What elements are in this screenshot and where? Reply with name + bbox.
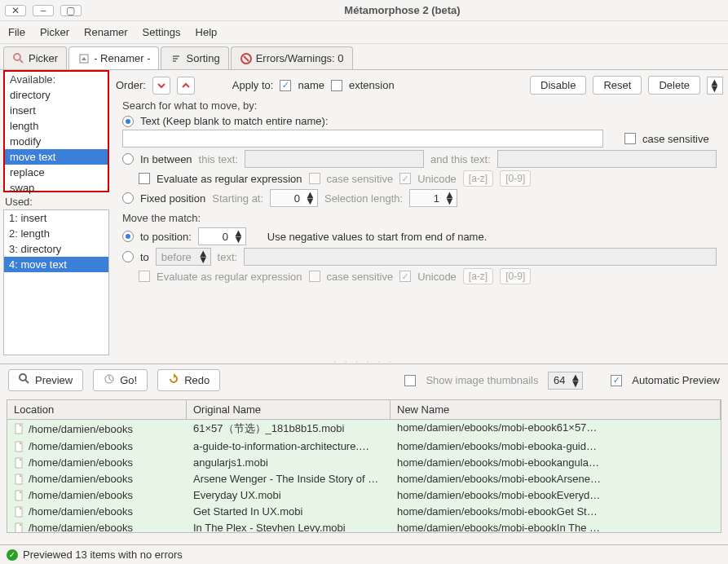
thumbs-spinner[interactable]: ▲▼ (548, 372, 583, 390)
svg-point-0 (14, 54, 20, 60)
preview-button[interactable]: Preview (8, 369, 83, 391)
delete-spinner[interactable]: ▲▼ (707, 77, 723, 95)
table-row[interactable]: /home/damien/ebooksEveryday UX.mobihome/… (7, 487, 721, 504)
position-spinner[interactable]: ▲▼ (198, 227, 246, 245)
svg-rect-19 (15, 523, 22, 533)
tab-renamer[interactable]: - Renamer - (68, 46, 159, 69)
list-item[interactable]: insert (5, 103, 108, 118)
minimize-icon[interactable]: – (33, 5, 54, 16)
to-position-radio[interactable] (122, 231, 134, 242)
chip-az[interactable]: [a-z] (463, 170, 493, 187)
tab-picker[interactable]: Picker (3, 46, 67, 69)
menu-renamer[interactable]: Renamer (84, 26, 127, 38)
file-icon (14, 441, 25, 452)
delete-button[interactable]: Delete (648, 76, 700, 95)
name-label: name (298, 79, 324, 91)
tab-renamer-label: - Renamer - (94, 52, 150, 64)
reset-button[interactable]: Reset (593, 76, 642, 95)
svg-rect-17 (15, 491, 22, 500)
to-text-input[interactable] (244, 248, 717, 266)
search-text-input[interactable] (122, 130, 603, 148)
used-list[interactable]: 1: insert 2: length 3: directory 4: move… (3, 209, 109, 355)
this-text-input[interactable] (245, 150, 424, 168)
selection-spinner[interactable]: ▲▼ (409, 189, 457, 207)
table-row[interactable]: /home/damien/ebooksIn The Plex - Stevhen… (7, 520, 721, 533)
menu-help[interactable]: Help (196, 26, 218, 38)
regex-checkbox[interactable] (139, 173, 150, 184)
renamer-icon (77, 52, 90, 65)
list-item[interactable]: length (5, 118, 108, 134)
svg-line-12 (109, 379, 112, 381)
available-list[interactable]: Available: directory insert length modif… (3, 70, 109, 192)
chip-09[interactable]: [0-9] (500, 170, 531, 187)
list-item[interactable]: 3: directory (4, 241, 108, 257)
chip-092[interactable]: [0-9] (500, 268, 531, 284)
thumbs-label: Show image thumbnails (426, 374, 538, 386)
case3-checkbox[interactable] (309, 271, 320, 282)
list-item[interactable]: 4: move text (4, 257, 108, 272)
results-table[interactable]: Location Original Name New Name /home/da… (7, 399, 721, 533)
starting-label: Starting at: (212, 192, 263, 205)
tab-sorting-label: Sorting (186, 52, 219, 64)
text-label: text: (218, 251, 238, 263)
move-up-button[interactable] (177, 77, 195, 95)
window-title: Métamorphose 2 (beta) (82, 4, 723, 16)
unicode-checkbox[interactable] (399, 173, 411, 184)
list-item[interactable]: 2: length (4, 226, 108, 241)
before-dropdown[interactable]: before▲▼ (156, 248, 211, 266)
svg-line-9 (25, 380, 29, 383)
starting-spinner[interactable]: ▲▼ (270, 189, 318, 207)
disable-button[interactable]: Disable (530, 76, 586, 95)
tab-sorting[interactable]: Sorting (161, 46, 228, 69)
list-item[interactable]: 1: insert (4, 210, 108, 226)
table-row[interactable]: /home/damien/ebooksGet Started In UX.mob… (7, 504, 721, 520)
and-text-label: and this text: (430, 153, 491, 165)
and-text-input[interactable] (497, 150, 717, 168)
menu-settings[interactable]: Settings (143, 26, 181, 38)
fixed-label: Fixed position (140, 192, 205, 205)
extension-checkbox[interactable] (331, 80, 342, 91)
table-row[interactable]: /home/damien/ebooksa-guide-to-informatio… (7, 438, 721, 455)
col-location[interactable]: Location (7, 400, 187, 419)
menu-file[interactable]: File (8, 26, 25, 38)
redo-button[interactable]: Redo (157, 369, 220, 391)
thumbs-checkbox[interactable] (404, 375, 416, 386)
unicode2-label: Unicode (417, 271, 457, 283)
list-item[interactable]: move text (5, 149, 108, 165)
splitter[interactable]: · · · · · · (0, 357, 728, 364)
order-label: Order: (116, 79, 146, 91)
maximize-icon[interactable]: ▢ (60, 5, 82, 16)
inbetween-label: In between (140, 153, 192, 165)
col-newname[interactable]: New Name (390, 400, 721, 419)
svg-rect-16 (15, 474, 22, 484)
to-radio[interactable] (122, 251, 134, 262)
list-item[interactable]: modify (5, 134, 108, 149)
case2-label: case sensitive (327, 173, 394, 185)
file-icon (14, 474, 25, 485)
auto-checkbox[interactable] (611, 375, 622, 386)
case3-label: case sensitive (327, 271, 394, 283)
case-checkbox[interactable] (624, 133, 636, 144)
table-row[interactable]: /home/damien/ebooksArsene Wenger - The I… (7, 471, 721, 487)
col-original[interactable]: Original Name (187, 400, 390, 419)
close-icon[interactable]: ✕ (5, 5, 26, 16)
list-item[interactable]: directory (5, 87, 108, 103)
list-item[interactable]: replace (5, 165, 108, 180)
move-down-button[interactable] (152, 77, 170, 95)
unicode2-checkbox[interactable] (399, 271, 411, 282)
regex-label: Evaluate as regular expression (157, 173, 302, 185)
menu-picker[interactable]: Picker (40, 26, 69, 38)
name-checkbox[interactable] (280, 80, 291, 91)
fixed-radio[interactable] (122, 192, 134, 204)
inbetween-radio[interactable] (122, 153, 134, 165)
regex2-checkbox[interactable] (139, 271, 150, 282)
go-button[interactable]: Go! (93, 369, 148, 391)
auto-label: Automatic Preview (632, 374, 720, 386)
text-radio[interactable] (122, 116, 134, 127)
svg-line-1 (20, 59, 23, 63)
table-row[interactable]: /home/damien/ebooks61×57（节选）_181b8b15.mo… (7, 420, 721, 438)
case2-checkbox[interactable] (309, 173, 320, 184)
table-row[interactable]: /home/damien/ebooksangularjs1.mobihome/d… (7, 455, 721, 471)
chip-az2[interactable]: [a-z] (463, 268, 493, 284)
tab-errors[interactable]: Errors/Warnings: 0 (231, 46, 353, 69)
